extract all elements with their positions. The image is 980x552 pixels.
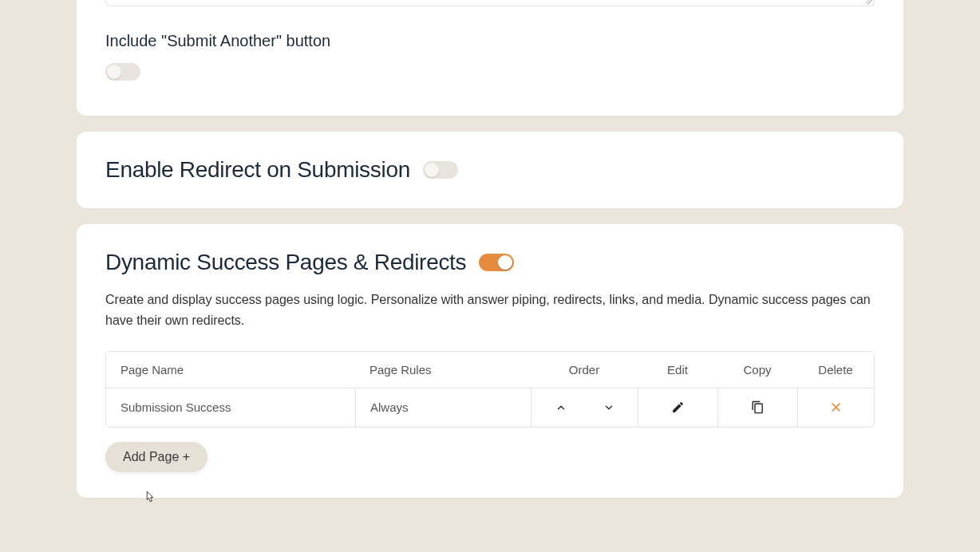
cell-copy — [717, 388, 797, 427]
add-page-button[interactable]: Add Page + — [105, 442, 207, 472]
toggle-knob — [107, 65, 121, 79]
prior-textarea[interactable] — [105, 0, 875, 6]
dynamic-pages-table: Page Name Page Rules Order Edit Copy Del… — [105, 351, 875, 428]
col-edit: Edit — [638, 352, 717, 388]
cell-page-name: Submission Success — [106, 388, 355, 427]
redirect-toggle[interactable] — [423, 161, 458, 179]
dynamic-card: Dynamic Success Pages & Redirects Create… — [77, 224, 903, 498]
toggle-knob — [425, 163, 439, 177]
order-down-button[interactable] — [601, 400, 617, 416]
dynamic-toggle[interactable] — [479, 254, 514, 271]
toggle-knob — [498, 255, 512, 270]
dynamic-description: Create and display success pages using l… — [105, 290, 875, 332]
pencil-icon — [671, 400, 685, 414]
cell-page-rules: Always — [355, 388, 531, 427]
submit-another-toggle[interactable] — [105, 63, 140, 81]
col-page-rules: Page Rules — [355, 352, 531, 388]
col-page-name: Page Name — [106, 352, 355, 388]
copy-icon — [751, 400, 765, 414]
redirect-title: Enable Redirect on Submission — [105, 157, 410, 183]
cell-delete — [797, 388, 874, 427]
edit-button[interactable] — [671, 400, 685, 414]
close-icon — [830, 401, 842, 413]
cell-edit — [638, 388, 717, 427]
table-row: Submission Success Always — [106, 388, 874, 427]
table-header-row: Page Name Page Rules Order Edit Copy Del… — [106, 352, 874, 388]
chevron-up-icon — [555, 402, 567, 413]
chevron-down-icon — [603, 402, 614, 413]
add-page-label: Add Page + — [123, 450, 190, 464]
submit-another-label: Include "Submit Another" button — [105, 32, 875, 50]
submit-another-card: Include "Submit Another" button — [77, 0, 903, 116]
copy-button[interactable] — [751, 400, 765, 414]
delete-button[interactable] — [830, 401, 842, 413]
order-up-button[interactable] — [553, 400, 569, 416]
dynamic-title: Dynamic Success Pages & Redirects — [105, 250, 466, 275]
redirect-card: Enable Redirect on Submission — [77, 132, 903, 208]
cell-order — [531, 388, 638, 427]
col-copy: Copy — [717, 352, 797, 388]
col-order: Order — [531, 352, 638, 388]
col-delete: Delete — [797, 352, 874, 388]
